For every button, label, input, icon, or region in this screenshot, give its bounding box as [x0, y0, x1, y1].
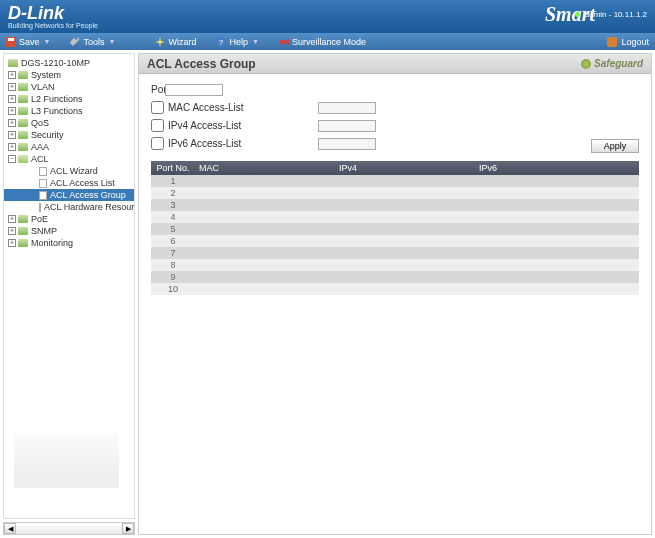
cell-port: 3 [151, 199, 195, 211]
cell-port: 9 [151, 271, 195, 283]
port-label: Port [151, 84, 165, 95]
minus-icon[interactable]: − [8, 155, 16, 163]
folder-icon [18, 215, 28, 223]
nav-tree: DGS-1210-10MP +System +VLAN +L2 Function… [4, 54, 134, 252]
cell-ipv4 [335, 283, 475, 295]
help-icon: ? [216, 37, 226, 47]
plus-icon[interactable]: + [8, 83, 16, 91]
page-icon [39, 203, 41, 212]
cell-ipv4 [335, 199, 475, 211]
brand-tagline: Building Networks for People [8, 22, 98, 29]
device-icon [8, 59, 18, 67]
logout-icon [607, 37, 617, 47]
folder-icon [18, 239, 28, 247]
chevron-down-icon: ▼ [44, 38, 51, 45]
plus-icon[interactable]: + [8, 143, 16, 151]
brand-text: D-Link [8, 3, 64, 23]
cell-port: 6 [151, 235, 195, 247]
folder-open-icon [18, 155, 28, 163]
port-row: Port [151, 82, 639, 97]
content-body: Port MAC Access-List IPv4 Access-List IP… [139, 74, 651, 534]
mac-value-input[interactable] [318, 102, 376, 114]
tree-acl[interactable]: −ACL [4, 153, 134, 165]
plus-icon[interactable]: + [8, 71, 16, 79]
mac-checkbox[interactable] [151, 101, 164, 114]
table-row: 1 [151, 175, 639, 187]
ipv6-value-input[interactable] [318, 138, 376, 150]
tree-security[interactable]: +Security [4, 129, 134, 141]
tools-menu[interactable]: Tools▼ [70, 37, 115, 47]
cell-ipv4 [335, 235, 475, 247]
save-menu[interactable]: Save▼ [6, 37, 50, 47]
folder-icon [18, 83, 28, 91]
surveillance-label: Surveillance Mode [292, 37, 366, 47]
page-icon [39, 179, 47, 188]
wizard-button[interactable]: Wizard [155, 37, 196, 47]
chevron-down-icon: ▼ [108, 38, 115, 45]
tree-monitoring[interactable]: +Monitoring [4, 237, 134, 249]
col-port: Port No. [151, 161, 195, 175]
tree-l2[interactable]: +L2 Functions [4, 93, 134, 105]
ipv6-checkbox[interactable] [151, 137, 164, 150]
mac-label: MAC Access-List [168, 102, 318, 113]
folder-icon [18, 119, 28, 127]
tree-vlan[interactable]: +VLAN [4, 81, 134, 93]
tree-snmp[interactable]: +SNMP [4, 225, 134, 237]
surveillance-button[interactable]: Surveillance Mode [279, 37, 366, 47]
plus-icon[interactable]: + [8, 107, 16, 115]
cell-ipv6 [475, 235, 639, 247]
folder-icon [18, 71, 28, 79]
cell-port: 10 [151, 283, 195, 295]
sidebar-scrollbar[interactable]: ◀ ▶ [3, 522, 135, 535]
col-mac: MAC [195, 161, 335, 175]
plus-icon[interactable]: + [8, 227, 16, 235]
plus-icon[interactable]: + [8, 119, 16, 127]
cell-mac [195, 235, 335, 247]
acl-table: Port No. MAC IPv4 IPv6 12345678910 [151, 161, 639, 295]
content-header: ACL Access Group Safeguard [139, 54, 651, 74]
help-label: Help [229, 37, 248, 47]
port-input[interactable] [165, 84, 223, 96]
tree-system[interactable]: +System [4, 69, 134, 81]
cell-ipv6 [475, 259, 639, 271]
tree-qos[interactable]: +QoS [4, 117, 134, 129]
scroll-track[interactable] [16, 523, 122, 534]
admin-label: admin - 10.11.1.2 [585, 10, 647, 19]
tree-device[interactable]: DGS-1210-10MP [4, 57, 134, 69]
cell-port: 4 [151, 211, 195, 223]
cell-mac [195, 199, 335, 211]
cell-mac [195, 247, 335, 259]
logout-button[interactable]: Logout [607, 37, 649, 47]
table-row: 3 [151, 199, 639, 211]
cell-mac [195, 223, 335, 235]
svg-text:?: ? [219, 38, 224, 47]
table-row: 4 [151, 211, 639, 223]
tree-aaa[interactable]: +AAA [4, 141, 134, 153]
toolbar: Save▼ Tools▼ Wizard ? Help▼ Surveillance… [0, 33, 655, 50]
tree-poe[interactable]: +PoE [4, 213, 134, 225]
tree-acl-list[interactable]: ACL Access List [4, 177, 134, 189]
scroll-left-icon[interactable]: ◀ [4, 523, 16, 534]
tree-acl-group[interactable]: ACL Access Group [4, 189, 134, 201]
apply-button[interactable]: Apply [591, 139, 639, 153]
help-menu[interactable]: ? Help▼ [216, 37, 258, 47]
plus-icon[interactable]: + [8, 131, 16, 139]
plus-icon[interactable]: + [8, 95, 16, 103]
wizard-label: Wizard [168, 37, 196, 47]
tree-acl-wizard[interactable]: ACL Wizard [4, 165, 134, 177]
ipv4-checkbox[interactable] [151, 119, 164, 132]
plus-icon[interactable]: + [8, 215, 16, 223]
plus-icon[interactable]: + [8, 239, 16, 247]
folder-icon [18, 95, 28, 103]
col-ipv4: IPv4 [335, 161, 475, 175]
cell-ipv6 [475, 199, 639, 211]
tree-l3[interactable]: +L3 Functions [4, 105, 134, 117]
cell-port: 8 [151, 259, 195, 271]
logo: D-Link Building Networks for People [8, 4, 98, 29]
cell-ipv6 [475, 223, 639, 235]
cell-mac [195, 259, 335, 271]
scroll-right-icon[interactable]: ▶ [122, 523, 134, 534]
folder-icon [18, 227, 28, 235]
ipv4-value-input[interactable] [318, 120, 376, 132]
tree-acl-hw[interactable]: ACL Hardware Resource Statu [4, 201, 134, 213]
